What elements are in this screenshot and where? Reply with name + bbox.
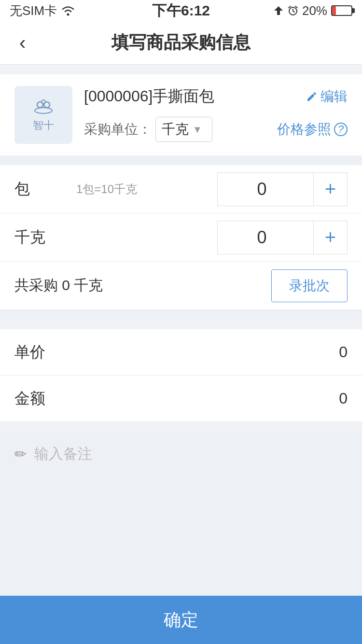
product-name: [0000006]手撕面包 xyxy=(84,86,214,107)
product-info: [0000006]手撕面包 编辑 采购单位： 千克 ▼ 价格参照 ? xyxy=(84,86,348,142)
back-button[interactable]: ‹ xyxy=(14,27,30,58)
bag-sub-label: 1包=10千克 xyxy=(76,182,137,197)
kg-plus-button[interactable]: + xyxy=(314,221,348,254)
remark-section[interactable]: ✏ 输入备注 xyxy=(0,432,362,476)
battery-icon xyxy=(331,5,352,16)
bag-quantity-input[interactable] xyxy=(217,172,314,206)
bag-label: 包 xyxy=(14,179,72,200)
status-bar: 无SIM卡 下午6:12 20% xyxy=(0,0,362,21)
confirm-label: 确定 xyxy=(164,608,198,632)
amount-value: 0 xyxy=(339,390,348,407)
unit-price-value: 0 xyxy=(339,343,348,361)
nav-bar: ‹ 填写商品采购信息 xyxy=(0,21,362,65)
product-image-label: 智十 xyxy=(33,118,54,133)
bag-quantity-box: + xyxy=(217,172,348,206)
summary-row: 共采购 0 千克 录批次 xyxy=(0,262,362,310)
edit-icon xyxy=(306,91,318,102)
product-name-row: [0000006]手撕面包 编辑 xyxy=(84,86,348,107)
remark-placeholder: 输入备注 xyxy=(34,444,92,464)
unit-row: 采购单位： 千克 ▼ 价格参照 ? xyxy=(84,117,348,142)
info-icon: ? xyxy=(334,123,348,136)
chevron-down-icon: ▼ xyxy=(193,124,202,135)
status-left: 无SIM卡 xyxy=(10,2,75,19)
unit-label: 采购单位： xyxy=(84,120,152,139)
price-reference-button[interactable]: 价格参照 ? xyxy=(277,120,348,139)
edit-label: 编辑 xyxy=(320,87,348,106)
kg-quantity-input[interactable] xyxy=(217,221,314,254)
alarm-icon xyxy=(288,5,298,16)
bag-plus-button[interactable]: + xyxy=(314,172,348,206)
summary-text: 共采购 0 千克 xyxy=(14,276,103,295)
svg-point-0 xyxy=(67,14,70,16)
wifi-icon xyxy=(61,5,75,16)
unit-select[interactable]: 千克 ▼ xyxy=(155,117,212,142)
battery-percent: 20% xyxy=(302,3,327,18)
kg-quantity-box: + xyxy=(217,221,348,254)
pencil-icon: ✏ xyxy=(14,446,27,462)
status-right: 20% xyxy=(273,3,352,18)
location-icon xyxy=(273,5,284,16)
amount-row: 金额 0 xyxy=(0,376,362,422)
input-section: 包 1包=10千克 + 千克 + 共采购 0 千克 录批次 xyxy=(0,165,362,310)
page-title: 填写商品采购信息 xyxy=(111,31,251,55)
unit-price-row: 单价 0 xyxy=(0,329,362,376)
divider-2 xyxy=(0,310,362,320)
kg-label: 千克 xyxy=(14,227,72,248)
batch-button[interactable]: 录批次 xyxy=(271,269,348,302)
amount-label: 金额 xyxy=(14,388,45,409)
price-ref-label: 价格参照 xyxy=(277,120,331,139)
unit-price-label: 单价 xyxy=(14,342,45,363)
confirm-button[interactable]: 确定 xyxy=(0,596,362,644)
status-time: 下午6:12 xyxy=(152,1,210,21)
divider-1 xyxy=(0,155,362,165)
kg-input-row: 千克 + xyxy=(0,213,362,262)
svg-point-4 xyxy=(42,100,45,104)
svg-point-5 xyxy=(35,108,52,113)
unit-value: 千克 xyxy=(162,120,189,139)
price-section: 单价 0 金额 0 xyxy=(0,329,362,422)
product-section: 智十 [0000006]手撕面包 编辑 采购单位： 千克 ▼ 价格参照 ? xyxy=(0,74,362,155)
product-image: 智十 xyxy=(14,86,72,144)
carrier-text: 无SIM卡 xyxy=(10,2,57,19)
edit-button[interactable]: 编辑 xyxy=(306,87,348,106)
bag-input-row: 包 1包=10千克 + xyxy=(0,165,362,213)
